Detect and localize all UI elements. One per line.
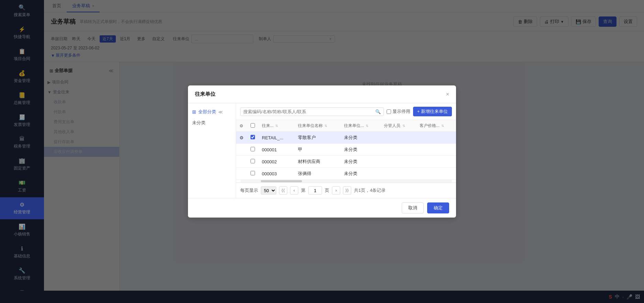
cell-code: 000003 bbox=[258, 168, 295, 180]
cell-checkbox[interactable] bbox=[247, 168, 258, 180]
dialog-data-table: ⚙ 往来... ⇅ 往来单位名称 ⇅ bbox=[236, 120, 456, 180]
cell-agent bbox=[380, 144, 416, 156]
cancel-button[interactable]: 取消 bbox=[402, 202, 424, 213]
dialog-overlay: 往来单位 × ⊞ 全部分类 ≪ 未分类 bbox=[0, 0, 644, 303]
cell-settings bbox=[236, 168, 247, 180]
cell-category: 未分类 bbox=[341, 132, 380, 144]
first-page-button[interactable]: ⟨⟨ bbox=[279, 186, 287, 195]
table-header-row: ⚙ 往来... ⇅ 往来单位名称 ⇅ bbox=[236, 120, 456, 132]
table-row[interactable]: 000001 甲 未分类 bbox=[236, 144, 456, 156]
category-all[interactable]: ⊞ 全部分类 ≪ bbox=[188, 106, 236, 118]
dialog-toolbar: 🔍 显示停用 + 新增往来单位 bbox=[236, 103, 456, 120]
col-settings[interactable]: ⚙ bbox=[236, 120, 247, 132]
cell-agent bbox=[380, 168, 416, 180]
scrollbar-thumb[interactable] bbox=[261, 180, 302, 182]
col-category[interactable]: 往来单位... ⇅ bbox=[341, 120, 380, 132]
search-input[interactable] bbox=[243, 109, 374, 114]
last-page-button[interactable]: ⟩⟩ bbox=[343, 186, 351, 195]
cell-code: RETAIL_... bbox=[258, 132, 295, 144]
col-price-level[interactable]: 客户价格... ⇅ bbox=[416, 120, 456, 132]
page-unit: 页 bbox=[325, 187, 329, 194]
cell-checkbox[interactable] bbox=[247, 144, 258, 156]
cell-price-level bbox=[416, 156, 456, 168]
add-counterparty-button[interactable]: + 新增往来单位 bbox=[413, 107, 452, 116]
page-number-input[interactable] bbox=[308, 186, 322, 195]
show-disabled-checkbox-label[interactable]: 显示停用 bbox=[387, 108, 410, 115]
row-checkbox[interactable] bbox=[251, 135, 255, 139]
row-checkbox[interactable] bbox=[251, 147, 255, 151]
cell-category: 未分类 bbox=[341, 168, 380, 180]
col-checkbox[interactable] bbox=[247, 120, 258, 132]
sort-icon: ⇅ bbox=[366, 124, 368, 128]
cell-category: 未分类 bbox=[341, 144, 380, 156]
cell-agent bbox=[380, 156, 416, 168]
counterparty-dialog: 往来单位 × ⊞ 全部分类 ≪ 未分类 bbox=[188, 85, 456, 218]
col-name[interactable]: 往来单位名称 ⇅ bbox=[295, 120, 341, 132]
search-box[interactable]: 🔍 bbox=[240, 107, 384, 116]
cell-code: 000002 bbox=[258, 156, 295, 168]
horizontal-scrollbar[interactable] bbox=[240, 180, 452, 183]
search-icon: 🔍 bbox=[375, 109, 381, 114]
row-checkbox[interactable] bbox=[251, 171, 255, 175]
per-page-select[interactable]: 50 bbox=[261, 186, 276, 195]
cell-agent bbox=[380, 132, 416, 144]
dialog-body: ⊞ 全部分类 ≪ 未分类 🔍 显示停用 bbox=[188, 103, 456, 198]
cell-price-level bbox=[416, 132, 456, 144]
dialog-table-panel: 🔍 显示停用 + 新增往来单位 ⚙ bbox=[236, 103, 456, 198]
sort-icon: ⇅ bbox=[441, 124, 444, 128]
dialog-footer: 取消 确定 bbox=[188, 198, 456, 218]
cell-checkbox[interactable] bbox=[247, 156, 258, 168]
col-code[interactable]: 往来... ⇅ bbox=[258, 120, 295, 132]
table-row[interactable]: ⚙ RETAIL_... 零散客户 未分类 bbox=[236, 132, 456, 144]
col-agent[interactable]: 分管人员 ⇅ bbox=[380, 120, 416, 132]
table-row[interactable]: 000003 张俩得 未分类 bbox=[236, 168, 456, 180]
sort-icon: ⇅ bbox=[275, 124, 278, 128]
page-label: 第 bbox=[301, 187, 306, 194]
next-page-button[interactable]: › bbox=[332, 186, 340, 195]
pagination: 每页显示 50 ⟨⟨ ‹ 第 页 › ⟩⟩ 共1页，4条记录 bbox=[236, 183, 456, 198]
cell-name: 甲 bbox=[295, 144, 341, 156]
dialog-category-panel: ⊞ 全部分类 ≪ 未分类 bbox=[188, 103, 236, 198]
category-collapse-icon[interactable]: ≪ bbox=[218, 109, 223, 115]
row-checkbox[interactable] bbox=[251, 159, 255, 163]
cell-settings bbox=[236, 144, 247, 156]
prev-page-button[interactable]: ‹ bbox=[290, 186, 298, 195]
sort-icon: ⇅ bbox=[402, 124, 405, 128]
total-info: 共1页，4条记录 bbox=[354, 187, 386, 194]
dialog-title: 往来单位 bbox=[195, 91, 215, 97]
cell-price-level bbox=[416, 144, 456, 156]
category-icon: ⊞ bbox=[192, 109, 196, 115]
cell-name: 材料供应商 bbox=[295, 156, 341, 168]
dialog-close-button[interactable]: × bbox=[446, 91, 449, 97]
cell-name: 零散客户 bbox=[295, 132, 341, 144]
cell-code: 000001 bbox=[258, 144, 295, 156]
cell-price-level bbox=[416, 168, 456, 180]
select-all-checkbox[interactable] bbox=[251, 123, 255, 128]
table-row[interactable]: 000002 材料供应商 未分类 bbox=[236, 156, 456, 168]
per-page-label: 每页显示 bbox=[240, 187, 258, 194]
cell-settings: ⚙ bbox=[236, 132, 247, 144]
cell-category: 未分类 bbox=[341, 156, 380, 168]
category-all-label: 全部分类 bbox=[198, 109, 216, 115]
show-disabled-label: 显示停用 bbox=[392, 108, 410, 115]
show-disabled-checkbox[interactable] bbox=[387, 109, 391, 114]
cell-settings bbox=[236, 156, 247, 168]
table-body: ⚙ RETAIL_... 零散客户 未分类 bbox=[236, 132, 456, 180]
cell-name: 张俩得 bbox=[295, 168, 341, 180]
confirm-button[interactable]: 确定 bbox=[427, 202, 449, 213]
cell-checkbox[interactable] bbox=[247, 132, 258, 144]
counterparty-table: ⚙ 往来... ⇅ 往来单位名称 ⇅ bbox=[236, 120, 456, 180]
sort-icon: ⇅ bbox=[324, 124, 327, 128]
dialog-header: 往来单位 × bbox=[188, 85, 456, 103]
category-uncategorized[interactable]: 未分类 bbox=[188, 118, 236, 128]
